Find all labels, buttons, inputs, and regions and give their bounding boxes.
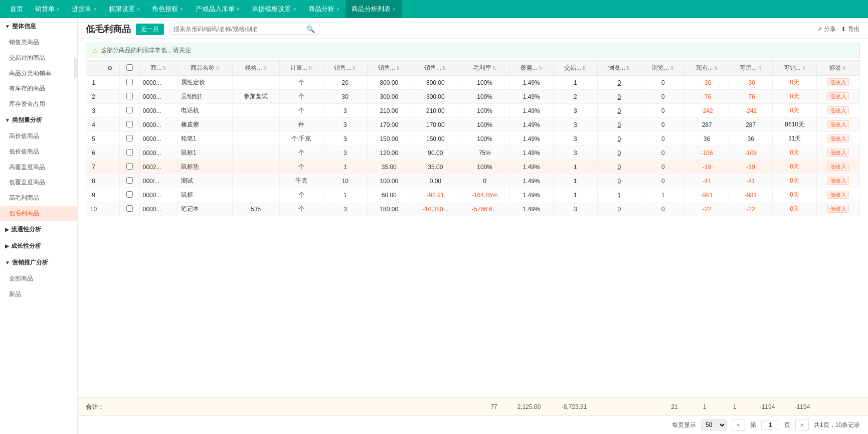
row-select[interactable] (126, 121, 133, 127)
nav-template[interactable]: 单据模板设置× (246, 0, 302, 18)
row-actions[interactable] (101, 118, 120, 132)
sidebar-item-stocked-goods[interactable]: 有库存的商品 (0, 81, 77, 96)
col-available[interactable]: 可用...⇅ (729, 61, 772, 76)
per-page-select[interactable]: 50 100 200 (701, 419, 727, 430)
nav-purchase[interactable]: 进货单× (66, 0, 102, 18)
page-number-input[interactable] (761, 420, 779, 430)
row-actions[interactable] (101, 174, 120, 188)
sidebar-group-circulation[interactable]: ▶ 流通性分析 (0, 221, 77, 238)
export-btn[interactable]: ⬆ 导出 (841, 25, 860, 34)
row-browse1[interactable]: 0 (597, 146, 641, 160)
col-sales-amount[interactable]: 销售...⇅ (411, 61, 460, 76)
col-sales-price[interactable]: 销售...⇅ (367, 61, 411, 76)
row-actions[interactable] (101, 104, 120, 118)
col-sales-qty[interactable]: 销售...⇅ (323, 61, 367, 76)
row-actions[interactable] (101, 160, 120, 174)
sidebar-item-stock-capital[interactable]: 库存资金占用 (0, 96, 77, 112)
row-select[interactable] (126, 163, 133, 170)
row-browse1[interactable]: 0 (597, 160, 641, 174)
sidebar-item-high-margin[interactable]: 高毛利商品 (0, 190, 77, 206)
col-browse2[interactable]: 浏览...⇅ (641, 61, 684, 76)
sidebar-item-high-value[interactable]: 高价值商品 (0, 128, 77, 144)
sidebar-collapse-btn[interactable]: « (74, 58, 78, 78)
row-checkbox[interactable] (119, 118, 139, 132)
col-coverage[interactable]: 覆盖...⇅ (509, 61, 553, 76)
row-select[interactable] (126, 149, 133, 156)
sidebar-group-overall[interactable]: ▼ 整体信息 (0, 18, 77, 35)
sidebar-item-all-goods[interactable]: 全部商品 (0, 271, 77, 286)
row-browse1[interactable]: 0 (597, 104, 641, 118)
col-unit[interactable]: 计量...⇅ (279, 61, 323, 76)
row-select[interactable] (126, 205, 133, 212)
row-checkbox[interactable] (119, 76, 139, 90)
nav-home[interactable]: 首页 (4, 0, 29, 18)
row-browse1[interactable]: 0 (597, 174, 641, 188)
group1-label: 整体信息 (12, 22, 36, 31)
select-all-checkbox[interactable] (126, 64, 133, 71)
row-select[interactable] (126, 107, 133, 113)
sidebar-item-traded-goods[interactable]: 交易过的商品 (0, 50, 77, 66)
row-checkbox[interactable] (119, 188, 139, 202)
sidebar-item-category-rate[interactable]: 商品分类助销率 (0, 66, 77, 81)
sidebar-item-high-coverage[interactable]: 高覆盖度商品 (0, 160, 77, 175)
row-checkbox[interactable] (119, 160, 139, 174)
prev-page-btn[interactable]: ＜ (732, 419, 745, 431)
nav-role[interactable]: 角色授权× (146, 0, 189, 18)
sidebar-item-low-coverage[interactable]: 低覆盖度商品 (0, 175, 77, 190)
row-checkbox[interactable] (119, 104, 139, 118)
row-checkbox[interactable] (119, 146, 139, 160)
sidebar-group-marketing[interactable]: ▼ 营销推广分析 (0, 254, 77, 271)
nav-analysis[interactable]: 商品分析× (302, 0, 345, 18)
row-actions[interactable] (101, 76, 120, 90)
col-browse1[interactable]: 浏览...⇅ (597, 61, 641, 76)
col-code[interactable]: 商...⇅ (139, 61, 178, 76)
row-actions[interactable] (101, 132, 120, 146)
row-select[interactable] (126, 177, 133, 184)
sidebar-group-growth[interactable]: ▶ 成长性分析 (0, 238, 77, 254)
next-page-btn[interactable]: ＞ (795, 419, 809, 431)
date-filter-btn[interactable]: 近一月 (136, 24, 164, 35)
row-select[interactable] (126, 191, 133, 198)
row-browse1[interactable]: 0 (597, 118, 641, 132)
row-browse1[interactable]: 0 (597, 132, 641, 146)
row-coverage: 1.49% (509, 174, 553, 188)
row-actions[interactable] (101, 202, 120, 216)
col-current-stock[interactable]: 现有...⇅ (685, 61, 729, 76)
row-checkbox[interactable] (119, 132, 139, 146)
row-browse1[interactable]: 1 (597, 188, 641, 202)
total-browse2: 1 (720, 403, 750, 410)
sidebar-item-low-value[interactable]: 低价值商品 (0, 144, 77, 160)
row-sales-price: 60.00 (367, 188, 411, 202)
nav-sales[interactable]: 销货单× (29, 0, 66, 18)
sidebar-item-low-margin[interactable]: 低毛利商品 (0, 206, 77, 221)
row-select[interactable] (126, 135, 133, 141)
col-trade[interactable]: 交易...⇅ (554, 61, 597, 76)
row-select[interactable] (126, 93, 133, 99)
sidebar-item-new-goods[interactable]: 新品 (0, 286, 77, 302)
nav-product-entry[interactable]: 产成品入库单× (190, 0, 246, 18)
search-input[interactable] (173, 26, 306, 33)
sidebar-item-sales-goods[interactable]: 销售类商品 (0, 35, 77, 50)
nav-analysis-list[interactable]: 商品分析列表× (345, 0, 402, 18)
col-tag[interactable]: 标签⇅ (816, 61, 859, 76)
row-browse1[interactable]: 0 (597, 202, 641, 216)
search-icon[interactable]: 🔍 (306, 25, 315, 33)
row-checkbox[interactable] (119, 174, 139, 188)
row-actions[interactable] (101, 188, 120, 202)
nav-permission[interactable]: 权限设置× (103, 0, 146, 18)
col-spec[interactable]: 规格...⇅ (232, 61, 279, 76)
share-btn[interactable]: ↗ 分享 (817, 25, 836, 34)
row-select[interactable] (126, 79, 133, 85)
row-browse1[interactable]: 0 (597, 76, 641, 90)
col-sellable[interactable]: 可销...⇅ (773, 61, 816, 76)
col-checkbox[interactable] (119, 61, 139, 76)
col-settings[interactable]: ⚙ (101, 61, 120, 76)
row-actions[interactable] (101, 146, 120, 160)
row-browse1[interactable]: 0 (597, 90, 641, 104)
row-checkbox[interactable] (119, 202, 139, 216)
row-actions[interactable] (101, 90, 120, 104)
col-name[interactable]: 商品名称⇅ (178, 61, 232, 76)
row-checkbox[interactable] (119, 90, 139, 104)
sidebar-group-category[interactable]: ▼ 类别量分析 (0, 112, 77, 128)
col-gross-margin[interactable]: 毛利率⇅ (460, 61, 509, 76)
